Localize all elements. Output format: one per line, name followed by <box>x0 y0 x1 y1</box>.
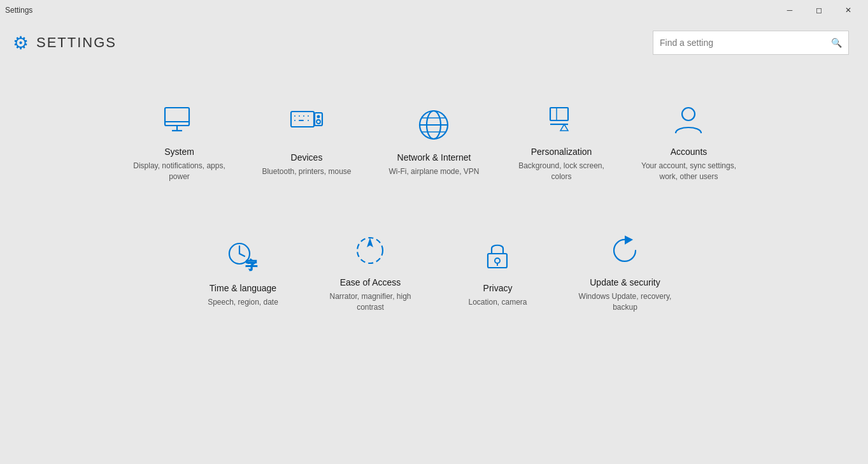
settings-item-privacy[interactable]: Privacy Location, camera <box>434 208 562 336</box>
ease-desc: Narrator, magnifier, high contrast <box>317 291 425 313</box>
settings-row-1: System Display, notifications, apps, pow… <box>116 78 753 205</box>
update-label: Update & security <box>590 277 660 287</box>
system-desc: Display, notifications, apps, power <box>125 161 234 182</box>
network-icon <box>415 106 453 145</box>
accounts-label: Accounts <box>671 147 708 157</box>
app-title: SETTINGS <box>36 34 117 51</box>
settings-item-ease[interactable]: Ease of Access Narrator, magnifier, high… <box>307 208 434 336</box>
svg-text:字: 字 <box>246 259 257 272</box>
accounts-icon <box>670 101 708 139</box>
close-button[interactable]: ✕ <box>834 0 863 20</box>
gear-icon: ⚙ <box>13 33 29 54</box>
privacy-label: Privacy <box>483 283 513 293</box>
svg-point-30 <box>495 258 500 263</box>
privacy-icon <box>479 237 517 275</box>
svg-point-14 <box>318 116 320 118</box>
accounts-desc: Your account, sync settings, work, other… <box>635 161 743 182</box>
personalization-icon <box>543 101 581 139</box>
update-icon <box>606 231 644 270</box>
settings-item-accounts[interactable]: Accounts Your account, sync settings, wo… <box>625 78 753 205</box>
svg-point-13 <box>317 120 320 124</box>
personalization-desc: Background, lock screen, colors <box>508 161 616 182</box>
devices-icon <box>288 106 326 145</box>
devices-label: Devices <box>291 152 323 163</box>
minimize-button[interactable]: ─ <box>775 0 804 20</box>
svg-rect-20 <box>550 108 568 120</box>
svg-line-26 <box>239 254 245 256</box>
time-desc: Speech, region, date <box>208 297 278 308</box>
update-desc: Windows Update, recovery, backup <box>571 291 679 313</box>
svg-rect-0 <box>165 108 189 126</box>
main-content: System Display, notifications, apps, pow… <box>0 65 868 349</box>
header-left: ⚙ SETTINGS <box>13 33 117 54</box>
settings-item-system[interactable]: System Display, notifications, apps, pow… <box>116 78 243 205</box>
window-title: Settings <box>5 6 32 15</box>
settings-item-time[interactable]: 字 Time & language Speech, region, date <box>180 208 307 336</box>
devices-desc: Bluetooth, printers, mouse <box>262 166 351 177</box>
settings-item-update[interactable]: Update & security Windows Update, recove… <box>562 208 689 336</box>
settings-item-network[interactable]: Network & Internet Wi-Fi, airplane mode,… <box>371 78 498 205</box>
svg-rect-4 <box>291 112 314 127</box>
settings-row-2: 字 Time & language Speech, region, date E… <box>180 208 689 336</box>
title-bar-title: Settings <box>5 6 32 15</box>
window-controls: ─ ◻ ✕ <box>775 0 863 20</box>
search-icon: 🔍 <box>831 38 842 48</box>
ease-icon <box>352 231 390 270</box>
network-label: Network & Internet <box>397 152 471 163</box>
privacy-desc: Location, camera <box>468 297 527 308</box>
svg-point-23 <box>682 108 695 120</box>
settings-item-personalization[interactable]: Personalization Background, lock screen,… <box>498 78 625 205</box>
app-header: ⚙ SETTINGS 🔍 <box>0 20 868 65</box>
restore-button[interactable]: ◻ <box>804 0 834 20</box>
search-box[interactable]: 🔍 <box>653 31 849 55</box>
system-icon <box>160 101 199 139</box>
time-label: Time & language <box>210 283 276 293</box>
time-icon: 字 <box>224 237 262 275</box>
title-bar: Settings ─ ◻ ✕ <box>0 0 868 20</box>
personalization-label: Personalization <box>531 147 592 157</box>
settings-item-devices[interactable]: Devices Bluetooth, printers, mouse <box>243 78 371 205</box>
system-label: System <box>164 147 194 157</box>
ease-label: Ease of Access <box>340 277 401 287</box>
search-input[interactable] <box>660 38 831 48</box>
network-desc: Wi-Fi, airplane mode, VPN <box>388 166 479 177</box>
svg-marker-32 <box>625 236 632 243</box>
